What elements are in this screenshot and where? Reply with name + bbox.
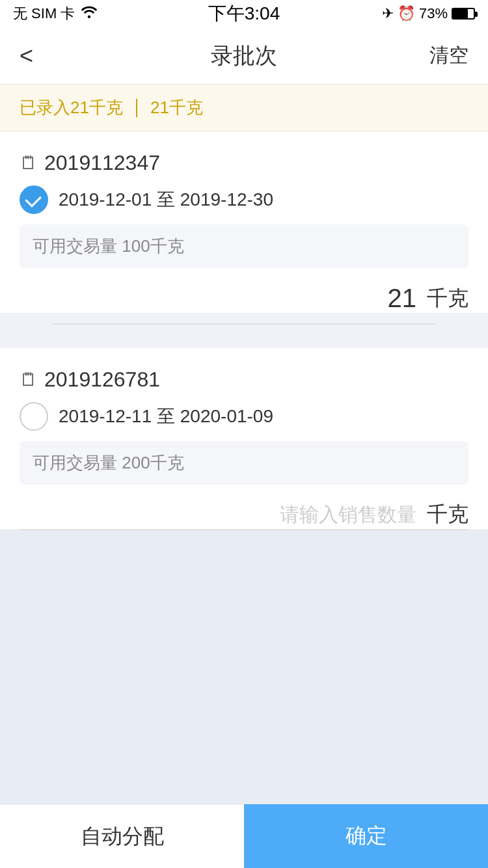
status-left: 无 SIM 卡: [13, 4, 98, 23]
confirm-button[interactable]: 确定: [244, 804, 488, 868]
battery-percent: 73%: [419, 5, 448, 22]
card2-date-row[interactable]: 2019-12-11 至 2020-01-09: [20, 402, 468, 431]
card2-icon: 🗒: [20, 369, 38, 390]
card1-available: 可用交易量 100千克: [20, 224, 468, 268]
card1-radio[interactable]: [20, 185, 48, 214]
card1-quantity-unit: 千克: [427, 284, 468, 313]
card1-icon: 🗒: [20, 152, 38, 174]
recorded-amount: 21千克: [150, 96, 203, 119]
info-banner: 已录入21千克 21千克: [0, 85, 488, 131]
card1-quantity-row: 21 千克: [0, 268, 488, 313]
wifi-icon: [80, 5, 98, 22]
recorded-label: 已录入21千克: [20, 96, 123, 119]
alarm-icon: ⏰: [398, 5, 415, 22]
bottom-bar: 自动分配 确定: [0, 804, 488, 868]
status-right: ✈ ⏰ 73%: [382, 5, 475, 22]
clear-button[interactable]: 清空: [429, 42, 468, 69]
card1-date: 2019-12-01 至 2019-12-30: [59, 187, 273, 212]
location-icon: ✈: [382, 5, 394, 22]
auto-distribute-button[interactable]: 自动分配: [0, 804, 244, 868]
card2-radio[interactable]: [20, 402, 48, 431]
batch-card-1: 🗒 2019112347 2019-12-01 至 2019-12-30 可用交…: [0, 131, 488, 268]
status-time: 下午3:04: [208, 1, 280, 26]
card2-id: 2019126781: [44, 368, 160, 392]
back-button[interactable]: <: [20, 42, 59, 70]
card1-header: 🗒 2019112347: [20, 151, 468, 175]
card2-header: 🗒 2019126781: [20, 368, 468, 392]
nav-bar: < 录批次 清空: [0, 27, 488, 85]
card2-input-row[interactable]: 请输入销售数量 千克: [0, 485, 488, 529]
card2-date: 2019-12-11 至 2020-01-09: [59, 404, 273, 429]
battery-icon: [452, 8, 475, 20]
card1-date-row[interactable]: 2019-12-01 至 2019-12-30: [20, 185, 468, 214]
card1-quantity-value: 21: [388, 284, 417, 313]
carrier-text: 无 SIM 卡: [13, 4, 75, 23]
batch-card-2: 🗒 2019126781 2019-12-11 至 2020-01-09 可用交…: [0, 348, 488, 485]
card2-input-placeholder: 请输入销售数量: [280, 502, 416, 528]
card2-input-unit: 千克: [427, 500, 468, 529]
card2-available: 可用交易量 200千克: [20, 441, 468, 485]
card1-separator: [52, 323, 436, 325]
status-bar: 无 SIM 卡 下午3:04 ✈ ⏰ 73%: [0, 0, 488, 27]
card1-id: 2019112347: [44, 151, 160, 175]
page-title: 录批次: [211, 41, 277, 71]
banner-divider: [136, 99, 137, 117]
empty-area: [0, 530, 488, 810]
